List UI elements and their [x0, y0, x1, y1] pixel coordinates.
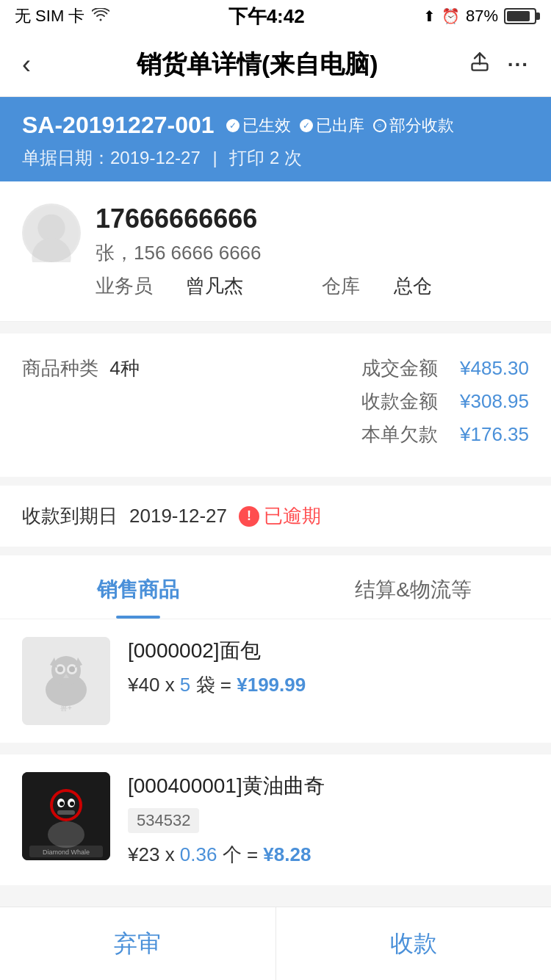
svg-rect-22: [57, 810, 75, 815]
sales-label: 业务员: [96, 275, 153, 297]
due-label: 收款到期日: [22, 503, 118, 529]
deal-amount-label: 成交金额: [361, 356, 438, 381]
svg-point-10: [69, 666, 75, 672]
more-button[interactable]: ···: [508, 53, 529, 76]
badge-shipped: ✓ 已出库: [300, 115, 364, 137]
receive-amount-label: 收款金额: [361, 389, 438, 414]
tab-settlement[interactable]: 结算&物流等: [276, 555, 551, 619]
receive-amount-value: ¥308.95: [460, 390, 529, 413]
tabs-section: 销售商品 结算&物流等: [0, 555, 551, 619]
product-thumbnail-2: Diamond Whale: [22, 772, 110, 860]
customer-avatar: [22, 203, 81, 262]
product-name-1: [0000002]面包: [128, 637, 529, 665]
customer-name: 张，156 6666 6666: [96, 240, 476, 266]
debt-amount-value: ¥176.35: [460, 423, 529, 446]
customer-info: 17666666666 张，156 6666 6666 业务员 曾凡杰 仓库 总…: [96, 203, 476, 299]
status-badges: ✓ 已生效 ✓ 已出库 ○ 部分收款: [226, 115, 454, 137]
svg-text:兽+: 兽+: [60, 704, 72, 712]
order-header: SA-20191227-001 ✓ 已生效 ✓ 已出库 ○ 部分收款 单据日期：…: [0, 97, 551, 181]
order-date-info: 单据日期：2019-12-27 | 打印 2 次: [22, 146, 529, 170]
svg-point-9: [57, 666, 63, 672]
stats-section: 商品种类 4种 成交金额 ¥485.30 收款金额 ¥308.95 本单欠款 ¥…: [0, 334, 551, 486]
category-count: 4种: [109, 357, 139, 379]
status-right: ⬆ ⏰ 87%: [423, 7, 536, 26]
status-time: 下午4:42: [228, 4, 305, 29]
products-section: 兽+ [0000002]面包 ¥40 x 5 袋 = ¥199.99: [0, 619, 551, 885]
product-item: 兽+ [0000002]面包 ¥40 x 5 袋 = ¥199.99: [0, 619, 551, 743]
badge-activated: ✓ 已生效: [226, 115, 291, 137]
location-icon: ⬆: [423, 7, 436, 25]
product-batch: 534532: [128, 808, 199, 833]
svg-point-23: [48, 821, 84, 848]
collect-payment-button[interactable]: 收款: [276, 907, 552, 980]
overdue-badge: ! 已逾期: [239, 503, 321, 529]
category-label: 商品种类: [22, 357, 98, 379]
product-price-1: ¥40 x 5 袋 = ¥199.99: [128, 672, 529, 698]
warehouse-label: 仓库: [322, 275, 360, 297]
tab-sales-products[interactable]: 销售商品: [0, 555, 276, 619]
warehouse-name: 总仓: [394, 275, 432, 297]
sales-name: 曾凡杰: [186, 275, 243, 297]
sim-label: 无 SIM 卡: [15, 5, 84, 27]
bottom-bar: 弃审 收款: [0, 907, 551, 980]
stats-right: 成交金额 ¥485.30 收款金额 ¥308.95 本单欠款 ¥176.35: [361, 356, 529, 455]
debt-label: 本单欠款: [361, 422, 438, 447]
customer-id: 17666666666: [96, 203, 476, 234]
overdue-text: 已逾期: [264, 503, 321, 529]
cancel-review-button[interactable]: 弃审: [0, 907, 276, 980]
due-date: 2019-12-27: [129, 505, 227, 527]
page-title: 销货单详情(来自电脑): [46, 48, 469, 82]
battery-icon: [504, 8, 536, 24]
product-info-2: [000400001]黄油曲奇 534532 ¥23 x 0.36 个 = ¥8…: [128, 772, 529, 868]
svg-point-20: [60, 801, 64, 806]
receive-amount-row: 收款金额 ¥308.95: [361, 389, 529, 414]
status-bar: 无 SIM 卡 下午4:42 ⬆ ⏰ 87%: [0, 0, 551, 32]
customer-section: 17666666666 张，156 6666 6666 业务员 曾凡杰 仓库 总…: [0, 181, 551, 322]
share-button[interactable]: [469, 51, 490, 78]
customer-meta: 业务员 曾凡杰 仓库 总仓: [96, 273, 476, 299]
status-left: 无 SIM 卡: [15, 5, 109, 27]
due-section: 收款到期日 2019-12-27 ! 已逾期: [0, 486, 551, 555]
check-icon-2: ✓: [300, 119, 313, 132]
product-info-1: [0000002]面包 ¥40 x 5 袋 = ¥199.99: [128, 637, 529, 698]
svg-text:Diamond Whale: Diamond Whale: [43, 849, 90, 856]
wifi-icon: [92, 7, 109, 26]
nav-bar: ‹ 销货单详情(来自电脑) ···: [0, 32, 551, 97]
debt-amount-row: 本单欠款 ¥176.35: [361, 422, 529, 447]
overdue-icon: !: [239, 506, 259, 527]
battery-percent: 87%: [466, 7, 498, 26]
check-icon: ✓: [226, 119, 240, 132]
stats-left: 商品种类 4种: [22, 356, 140, 386]
product-name-2: [000400001]黄油曲奇: [128, 772, 529, 800]
order-id: SA-20191227-001: [22, 112, 215, 139]
deal-amount-row: 成交金额 ¥485.30: [361, 356, 529, 381]
badge-partial-payment: ○ 部分收款: [373, 115, 454, 137]
nav-actions: ···: [469, 51, 529, 78]
product-item-2: Diamond Whale [000400001]黄油曲奇 534532 ¥23…: [0, 754, 551, 885]
back-button[interactable]: ‹: [22, 51, 31, 78]
svg-point-21: [70, 801, 74, 806]
product-price-2: ¥23 x 0.36 个 = ¥8.28: [128, 842, 529, 868]
deal-amount-value: ¥485.30: [460, 357, 529, 380]
alarm-icon: ⏰: [442, 7, 460, 25]
clock-icon: ○: [373, 119, 386, 132]
product-thumbnail-1: 兽+: [22, 637, 110, 725]
svg-point-2: [37, 215, 65, 242]
